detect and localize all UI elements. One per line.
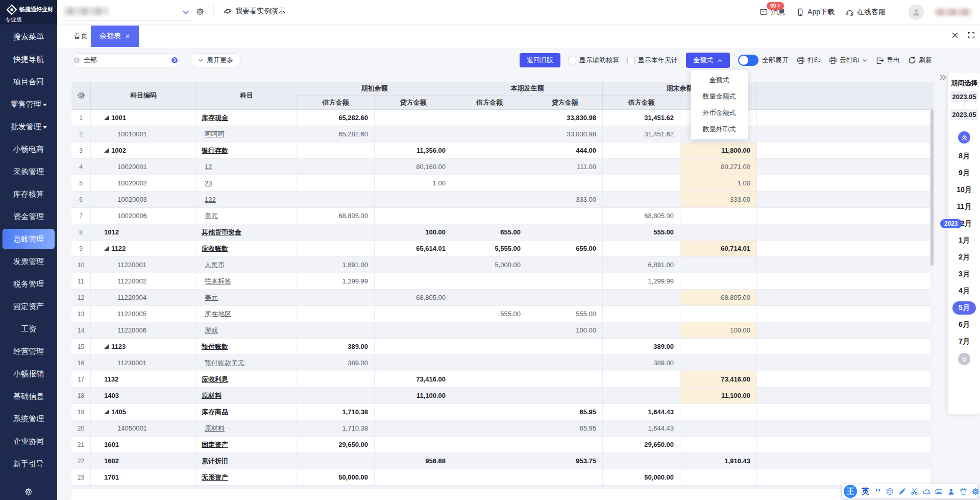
- account-link[interactable]: 固定资产: [202, 440, 228, 449]
- account-link[interactable]: 原材料: [202, 391, 222, 400]
- expand-more-button[interactable]: 展开更多: [190, 53, 241, 67]
- cloud-print-button[interactable]: 云打印: [829, 56, 868, 65]
- sidebar-item-18[interactable]: 企业协同: [0, 430, 57, 453]
- month-item-8月[interactable]: 8月: [948, 148, 980, 164]
- format-menu-item-2[interactable]: 外币金额式: [691, 105, 748, 121]
- period-to[interactable]: 2023.05: [950, 109, 978, 120]
- back-to-old-button[interactable]: 退回旧版: [520, 53, 560, 67]
- collapse-triangle-icon[interactable]: [104, 410, 109, 414]
- account-link[interactable]: 23: [205, 179, 212, 187]
- sidebar-item-1[interactable]: 快捷导航: [0, 48, 57, 70]
- period-from[interactable]: 2023.05: [950, 91, 978, 102]
- ime-language-toggle[interactable]: 英: [862, 487, 869, 496]
- account-link[interactable]: 美元: [205, 211, 218, 221]
- refresh-button[interactable]: 刷新: [908, 56, 932, 65]
- print-button[interactable]: 打印: [797, 56, 821, 65]
- month-item-10月[interactable]: 10月: [948, 181, 980, 198]
- messages-button[interactable]: 消息 99 +: [760, 8, 785, 17]
- sidebar-item-2[interactable]: 项目合同: [0, 70, 57, 93]
- sidebar-item-11[interactable]: 税务管理: [0, 273, 57, 295]
- fullscreen-icon[interactable]: [968, 32, 975, 39]
- avatar[interactable]: [909, 5, 924, 20]
- account-link[interactable]: 游戏: [205, 326, 218, 335]
- format-menu-item-3[interactable]: 数量外币式: [691, 121, 748, 137]
- account-link[interactable]: 往来标签: [205, 277, 231, 286]
- sidebar-settings-gear-icon[interactable]: [0, 488, 57, 496]
- month-item-7月[interactable]: 7月: [948, 333, 980, 350]
- sidebar-item-12[interactable]: 固定资产: [0, 295, 57, 318]
- settings-icon[interactable]: [972, 488, 979, 495]
- month-item-2月[interactable]: 2月: [948, 249, 980, 266]
- account-link[interactable]: 原材料: [205, 424, 225, 433]
- collapse-triangle-icon[interactable]: [104, 344, 109, 349]
- show-aux-checkbox[interactable]: 显示辅助核算: [569, 56, 619, 65]
- scroll-months-down-button[interactable]: [958, 353, 970, 365]
- month-item-3月[interactable]: 3月: [948, 266, 980, 282]
- sidebar-item-9[interactable]: 总账管理: [3, 229, 55, 249]
- checkbox-icon[interactable]: [569, 57, 576, 64]
- online-service-button[interactable]: 在线客服: [846, 8, 886, 17]
- sidebar-item-16[interactable]: 基础信息: [0, 385, 57, 408]
- account-link[interactable]: 库存商品: [202, 408, 228, 417]
- account-link[interactable]: 银行存款: [202, 146, 228, 155]
- sidebar-item-7[interactable]: 库存核算: [0, 183, 57, 205]
- format-menu-item-1[interactable]: 数量金额式: [691, 88, 748, 105]
- expand-all-toggle[interactable]: 全部展开: [738, 55, 789, 66]
- keyboard-icon[interactable]: [935, 488, 943, 495]
- company-selector[interactable]: [62, 4, 193, 20]
- sidebar-item-4[interactable]: 批发管理: [0, 115, 57, 138]
- account-icon[interactable]: [947, 488, 955, 495]
- collapse-triangle-icon[interactable]: [104, 115, 109, 120]
- settings-gear-icon[interactable]: [196, 8, 204, 16]
- toggle-switch[interactable]: [738, 55, 758, 66]
- collapse-triangle-icon[interactable]: [104, 246, 109, 251]
- skin-icon[interactable]: [960, 488, 967, 495]
- cut-icon[interactable]: [911, 488, 918, 495]
- sidebar-item-3[interactable]: 零售管理: [0, 93, 57, 115]
- checkbox-icon[interactable]: [627, 57, 635, 64]
- scrollbar-thumb[interactable]: [930, 109, 934, 266]
- demo-link[interactable]: 我要看实例演示: [224, 7, 285, 16]
- collapse-panel-icon[interactable]: [939, 74, 947, 81]
- account-link[interactable]: 人民币: [205, 260, 225, 270]
- scope-selector[interactable]: 全部: [71, 53, 180, 67]
- app-download-button[interactable]: App下载: [796, 8, 835, 17]
- sidebar-item-13[interactable]: 工资: [0, 318, 57, 340]
- account-link[interactable]: 预付账款: [202, 342, 228, 351]
- account-link[interactable]: 累计折旧: [202, 457, 228, 466]
- month-item-6月[interactable]: 6月: [948, 316, 980, 333]
- month-item-1月[interactable]: 1月: [948, 232, 980, 249]
- month-item-11月[interactable]: 11月: [948, 198, 980, 215]
- cloud-icon[interactable]: [923, 488, 930, 495]
- chevron-left-icon[interactable]: [74, 57, 80, 63]
- export-button[interactable]: 导出: [876, 56, 900, 65]
- month-item-5月[interactable]: 5月: [948, 299, 980, 316]
- tab-balance-sheet[interactable]: 余额表: [91, 26, 139, 47]
- close-all-icon[interactable]: [951, 32, 959, 39]
- show-ytd-checkbox[interactable]: 显示本年累计: [627, 56, 678, 65]
- sidebar-item-5[interactable]: 小畅电商: [0, 138, 57, 160]
- account-link[interactable]: 无形资产: [202, 473, 228, 482]
- account-link[interactable]: 库存现金: [202, 113, 228, 123]
- month-item-9月[interactable]: 9月: [948, 164, 980, 181]
- account-link[interactable]: 应收利息: [202, 375, 228, 384]
- format-dropdown-button[interactable]: 金额式: [686, 53, 730, 68]
- account-link[interactable]: 呵呵呵: [205, 130, 225, 139]
- account-link[interactable]: 12: [205, 163, 212, 171]
- account-link[interactable]: 122: [205, 196, 216, 203]
- tab-close-icon[interactable]: [125, 34, 130, 39]
- month-item-4月[interactable]: 4月: [948, 282, 980, 299]
- sidebar-item-15[interactable]: 小畅报销: [0, 363, 57, 385]
- chevron-right-icon[interactable]: [172, 57, 178, 63]
- account-link[interactable]: 其他货币资金: [202, 228, 241, 237]
- sidebar-item-14[interactable]: 经营管理: [0, 340, 57, 363]
- sidebar-item-0[interactable]: 搜索菜单: [0, 26, 57, 48]
- scroll-months-up-button[interactable]: [958, 131, 970, 144]
- table-scrollbar[interactable]: [930, 109, 934, 485]
- account-link[interactable]: 美元: [205, 293, 218, 302]
- sidebar-item-19[interactable]: 新手引导: [0, 453, 57, 475]
- sidebar-item-10[interactable]: 发票管理: [0, 250, 57, 273]
- sidebar-item-17[interactable]: 系统管理: [0, 408, 57, 430]
- collapse-triangle-icon[interactable]: [104, 148, 109, 153]
- column-settings-gear-icon[interactable]: [77, 91, 85, 100]
